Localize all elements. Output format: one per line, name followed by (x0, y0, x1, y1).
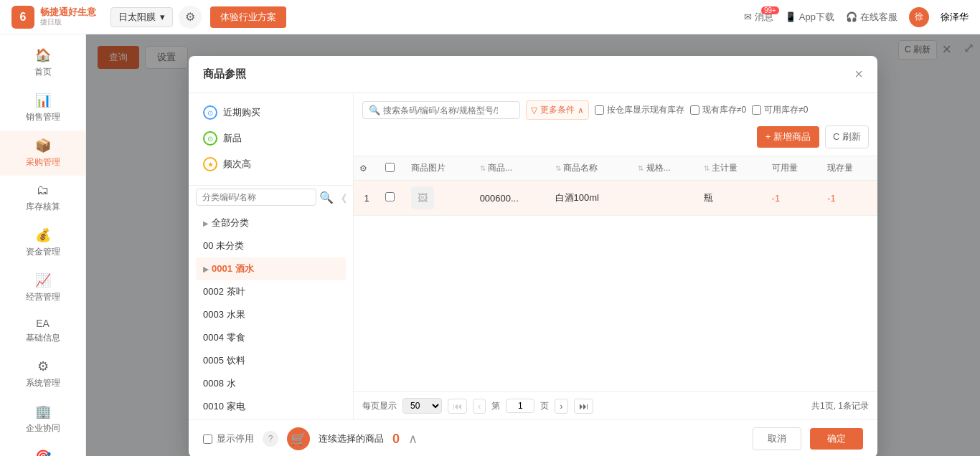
nav-item-new[interactable]: ⊙ 新品 (196, 126, 346, 151)
app-download-button[interactable]: 📱 App下载 (785, 11, 834, 24)
logo-text: 畅捷通好生意 (40, 6, 96, 18)
footer-collapse-icon[interactable]: ∧ (408, 431, 418, 447)
header: 6 畅捷通好生意 捷日版 日太阳膜 ▾ ⚙ 体验行业方案 ✉ 消息 99+ 📱 … (0, 0, 980, 34)
sidebar-item-sales[interactable]: 📊 销售管理 (0, 85, 85, 130)
avatar: 徐 (909, 7, 929, 27)
modal-left-panel: ⊙ 近期购买 ⊙ 新品 ★ 频次高 (189, 93, 354, 419)
sidebar-item-procurement[interactable]: 📦 采购管理 (0, 130, 85, 176)
tree-item-cat0008[interactable]: 0008 水 (196, 372, 346, 395)
customer-service-button[interactable]: 🎧 在线客服 (846, 11, 897, 24)
stock-icon: 🗂 (37, 183, 50, 198)
show-disabled-input[interactable] (203, 434, 212, 444)
sidebar-item-stock[interactable]: 🗂 库存核算 (0, 176, 85, 220)
sidebar-label-stock: 库存核算 (26, 201, 60, 213)
checkbox-nonzero-stock[interactable]: 现有库存≠0 (690, 104, 746, 116)
message-button[interactable]: ✉ 消息 99+ (744, 11, 773, 24)
last-page-button[interactable]: ⏭ (574, 399, 593, 414)
th-code[interactable]: ⇅ 商品... (474, 156, 550, 181)
header-right: ✉ 消息 99+ 📱 App下载 🎧 在线客服 徐 徐泽华 (744, 7, 969, 27)
nav-item-recent[interactable]: ⊙ 近期购买 (196, 100, 346, 125)
checkbox-nonzero-stock-input[interactable] (690, 105, 699, 115)
sidebar-item-newbie[interactable]: 🎯 新手引导 (0, 442, 85, 456)
checkbox-usable-stock[interactable]: 可用库存≠0 (752, 104, 808, 116)
tree-item-all[interactable]: ▶ 全部分类 (196, 212, 346, 234)
settings-icon[interactable]: ⚙ (179, 6, 202, 29)
cell-image: 🖼 (405, 181, 474, 216)
tree-item-cat00[interactable]: 00 未分类 (196, 234, 346, 257)
table-row[interactable]: 1 🖼 000600... 白酒100ml 瓶 (354, 181, 877, 216)
sidebar-item-basic[interactable]: EA 基础信息 (0, 310, 85, 351)
th-name[interactable]: ⇅ 商品名称 (550, 156, 633, 181)
refresh-button[interactable]: C 刷新 (825, 125, 869, 148)
confirm-button[interactable]: 确定 (810, 428, 863, 450)
sidebar-label-enterprise: 企业协同 (26, 422, 60, 434)
left-collapse-button[interactable]: 《 (336, 193, 347, 206)
page-size-label: 每页显示 (362, 400, 397, 412)
enterprise-icon: 🏢 (35, 404, 51, 419)
modal-header: 商品参照 × (189, 56, 877, 93)
cell-checkbox[interactable] (380, 181, 405, 216)
checkbox-usable-stock-input[interactable] (752, 105, 761, 115)
procurement-icon: 📦 (35, 138, 51, 153)
cancel-button[interactable]: 取消 (753, 427, 801, 450)
tree-item-cat0002[interactable]: 0002 茶叶 (196, 280, 346, 303)
tree-item-cat0003[interactable]: 0003 水果 (196, 303, 346, 326)
th-unit[interactable]: ⇅ 主计量 (698, 156, 766, 181)
sidebar-item-home[interactable]: 🏠 首页 (0, 40, 85, 85)
goods-reference-modal: 商品参照 × ⊙ 近期购买 ⊙ 新 (189, 56, 877, 456)
goods-table-wrap: ⚙ 商品图片 ⇅ 商品... ⇅ 商品名称 (354, 156, 877, 391)
try-industry-button[interactable]: 体验行业方案 (210, 6, 286, 28)
modal-left-nav: ⊙ 近期购买 ⊙ 新品 ★ 频次高 (189, 100, 353, 176)
sidebar-item-operation[interactable]: 📈 经营管理 (0, 265, 85, 310)
modal-footer: 显示停用 ? 🛒 连续选择的商品 0 ∧ 取消 确定 (189, 419, 877, 456)
sidebar-item-finance[interactable]: 💰 资金管理 (0, 220, 85, 265)
category-tree: ▶ 全部分类 00 未分类 ▶ 0001 酒水 0002 茶 (189, 212, 353, 412)
checkbox-usable-stock-label: 可用库存≠0 (764, 104, 808, 116)
sidebar-label-sales: 销售管理 (26, 111, 60, 123)
system-icon: ⚙ (37, 358, 49, 374)
select-all-checkbox[interactable] (385, 163, 395, 172)
th-checkbox[interactable] (380, 156, 405, 181)
next-page-button[interactable]: › (555, 399, 567, 414)
prev-page-button[interactable]: ‹ (473, 399, 486, 414)
product-image-placeholder: 🖼 (411, 186, 434, 209)
checkbox-nonzero-stock-label: 现有库存≠0 (702, 104, 746, 116)
sidebar-label-operation: 经营管理 (26, 291, 60, 303)
nav-item-frequent[interactable]: ★ 频次高 (196, 152, 346, 176)
checkbox-warehouse-stock[interactable]: 按仓库显示现有库存 (595, 104, 684, 116)
cart-text: 连续选择的商品 (319, 432, 384, 445)
logo-sub: 捷日版 (40, 17, 96, 27)
sidebar-item-system[interactable]: ⚙ 系统管理 (0, 351, 85, 396)
help-icon[interactable]: ? (263, 431, 278, 447)
th-spec[interactable]: ⇅ 规格... (632, 156, 698, 181)
expand-arrow-icon: ▶ (203, 219, 209, 227)
cell-unit: 瓶 (698, 181, 766, 216)
category-search-input[interactable] (196, 189, 316, 206)
tree-item-cat0005[interactable]: 0005 饮料 (196, 349, 346, 372)
modal-close-button[interactable]: × (854, 66, 863, 82)
cell-code: 000600... (474, 181, 550, 216)
sidebar: 🏠 首页 📊 销售管理 📦 采购管理 🗂 库存核算 💰 资金管理 📈 经营管理 … (0, 34, 86, 456)
add-goods-button[interactable]: + 新增商品 (757, 126, 819, 148)
show-disabled-checkbox[interactable]: 显示停用 (203, 432, 254, 445)
page-number-input[interactable] (506, 399, 534, 413)
first-page-button[interactable]: ⏮ (448, 399, 467, 414)
page-size-select[interactable]: 50 10 20 100 (402, 398, 442, 414)
app-label: App下载 (799, 11, 834, 24)
more-filter-button[interactable]: ▽ 更多条件 ∧ (526, 100, 589, 120)
checkbox-warehouse-stock-input[interactable] (595, 105, 604, 115)
sort-icon: ⇅ (480, 164, 486, 172)
th-stock: 现存量 (821, 156, 877, 181)
sidebar-item-enterprise[interactable]: 🏢 企业协同 (0, 396, 85, 442)
cart-button[interactable]: 🛒 (287, 427, 310, 450)
tree-item-cat0001[interactable]: ▶ 0001 酒水 (196, 257, 346, 280)
goods-search-input[interactable] (383, 105, 498, 115)
category-search-button[interactable]: 🔍 (319, 191, 334, 204)
tree-item-cat0004[interactable]: 0004 零食 (196, 326, 346, 349)
cart-count: 0 (392, 432, 400, 447)
username-label: 徐泽华 (941, 11, 969, 24)
th-settings[interactable]: ⚙ (354, 156, 380, 181)
store-selector[interactable]: 日太阳膜 ▾ (110, 7, 173, 27)
tree-item-cat0010[interactable]: 0010 家电 (196, 395, 346, 412)
sidebar-label-home: 首页 (34, 66, 52, 78)
